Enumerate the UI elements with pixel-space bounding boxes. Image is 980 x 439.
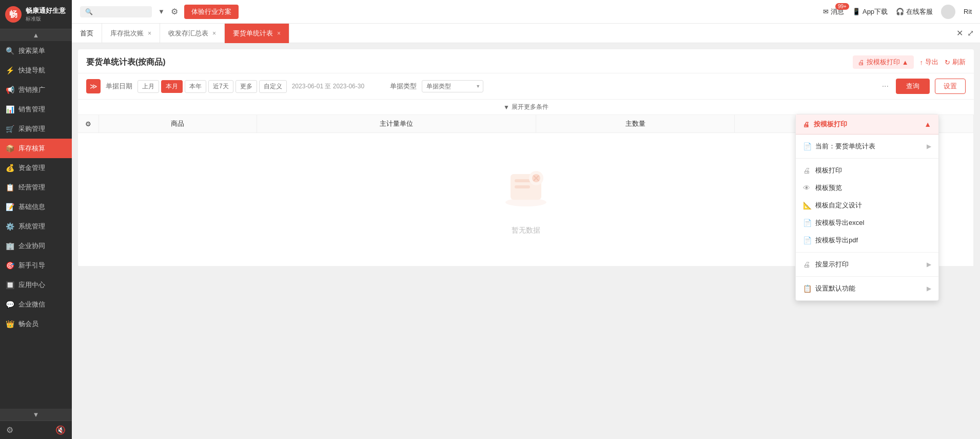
page-header: 要货单统计表(按商品) 🖨 按模板打印 ▲ ↑ 导出 ↻ 刷新 xyxy=(78,49,974,73)
refresh-icon: ↻ xyxy=(945,59,950,66)
sidebar-item-guide[interactable]: 🎯 新手引导 xyxy=(0,256,72,275)
close-window-icon[interactable]: ✕ xyxy=(956,28,963,38)
topbar-dropdown[interactable]: ▼ xyxy=(158,8,165,15)
export-label: 导出 xyxy=(925,58,938,67)
current-template-icon: 📄 xyxy=(803,142,811,150)
sidebar-mute-icon[interactable]: 🔇 xyxy=(55,425,66,435)
date-btn-7days[interactable]: 近7天 xyxy=(208,80,233,93)
table-header-unit: 主计量单位 xyxy=(257,115,536,133)
topbar-settings-icon[interactable]: ⚙ xyxy=(171,7,178,16)
template-preview-icon: 👁 xyxy=(803,184,811,192)
quick-nav-icon: ⚡ xyxy=(5,66,14,75)
current-template-label: 当前：要货单统计表 xyxy=(815,142,875,151)
guide-icon: 🎯 xyxy=(5,261,14,270)
maximize-window-icon[interactable]: ⤢ xyxy=(967,28,974,38)
export-button[interactable]: ↑ 导出 xyxy=(920,58,939,67)
export-excel-left: 📄 按模板导出excel xyxy=(803,218,864,227)
sidebar-scroll-down[interactable]: ▼ xyxy=(0,409,72,421)
sidebar-item-basic[interactable]: 📝 基础信息 xyxy=(0,197,72,217)
sidebar-item-apps[interactable]: 🔲 应用中心 xyxy=(0,275,72,295)
sidebar-settings-icon[interactable]: ⚙ xyxy=(6,425,13,435)
sidebar-bottom: ⚙ 🔇 xyxy=(0,421,72,439)
print-dropdown-template-design[interactable]: 📐 模板自定义设计 xyxy=(796,197,938,214)
tabbar-right: ✕ ⤢ xyxy=(956,28,980,38)
sidebar-nav: ⚡ 快捷导航 📢 营销推广 📊 销售管理 🛒 采购管理 📦 库存核算 💰 资金管… xyxy=(0,61,72,409)
sidebar-item-label: 快捷导航 xyxy=(18,66,45,75)
tab-receipt-summary[interactable]: 收发存汇总表 × xyxy=(160,24,225,43)
print-dropdown-template-print[interactable]: 🖨 模板打印 xyxy=(796,162,938,179)
print-dropdown-export-excel[interactable]: 📄 按模板导出excel xyxy=(796,214,938,232)
printer-icon: 🖨 xyxy=(858,59,865,66)
empty-illustration xyxy=(500,164,552,220)
sidebar-item-operations[interactable]: 📋 经营管理 xyxy=(0,178,72,197)
topbar: 🔍 ▼ ⚙ 体验行业方案 ✉ 消息 99+ 📱 App下载 🎧 在线客服 Rit xyxy=(72,0,980,24)
finance-icon: 💰 xyxy=(5,163,14,173)
tab-inventory-batch[interactable]: 库存批次账 × xyxy=(102,24,160,43)
settings-button[interactable]: 设置 xyxy=(935,79,966,94)
table-settings-header[interactable]: ⚙ xyxy=(78,115,99,133)
sidebar-item-label: 采购管理 xyxy=(18,124,45,133)
sidebar-search-label: 搜索菜单 xyxy=(18,46,45,55)
sidebar-scroll-up[interactable]: ▲ xyxy=(0,29,72,41)
topbar-search-icon: 🔍 xyxy=(85,8,93,15)
print-dropdown-export-pdf[interactable]: 📄 按模板导出pdf xyxy=(796,232,938,249)
default-function-arrow-icon: ▶ xyxy=(927,285,931,292)
template-preview-left: 👁 模板预览 xyxy=(803,183,842,193)
display-print-left: 🖨 按显示打印 xyxy=(803,260,849,269)
sidebar-item-system[interactable]: ⚙️ 系统管理 xyxy=(0,217,72,236)
topbar-search[interactable]: 🔍 xyxy=(80,6,152,17)
trial-button[interactable]: 体验行业方案 xyxy=(184,5,239,19)
tab-close-icon[interactable]: × xyxy=(212,30,216,37)
filter-expand-button[interactable]: ≫ xyxy=(86,79,101,93)
sidebar-item-finance[interactable]: 💰 资金管理 xyxy=(0,158,72,178)
order-type-select[interactable]: 单据类型 要货单 xyxy=(422,80,483,92)
print-dropdown-display-print[interactable]: 🖨 按显示打印 ▶ xyxy=(796,256,938,273)
sidebar-item-inventory[interactable]: 📦 库存核算 xyxy=(0,139,72,158)
expand-more-button[interactable]: ▼ 展开更多条件 xyxy=(495,100,557,114)
date-btn-current-year[interactable]: 本年 xyxy=(185,80,206,93)
settings-icon: ⚙ xyxy=(85,120,91,128)
sidebar-item-purchase[interactable]: 🛒 采购管理 xyxy=(0,119,72,139)
refresh-button[interactable]: ↻ 刷新 xyxy=(945,58,966,67)
date-btn-current-month[interactable]: 本月 xyxy=(161,80,183,93)
tab-close-icon[interactable]: × xyxy=(277,30,281,37)
print-dropdown-default-function[interactable]: 📋 设置默认功能 ▶ xyxy=(796,280,938,297)
tab-order-stats[interactable]: 要货单统计表 × xyxy=(225,24,289,43)
sidebar-item-quick-nav[interactable]: ⚡ 快捷导航 xyxy=(0,61,72,80)
more-actions-icon[interactable]: ··· xyxy=(880,82,891,91)
home-tab-label: 首页 xyxy=(80,29,93,38)
sidebar-search[interactable]: 🔍 搜索菜单 xyxy=(0,41,72,61)
print-label: 按模板打印 xyxy=(867,58,900,67)
app-download-button[interactable]: 📱 App下载 xyxy=(852,7,888,16)
print-dropdown-template-preview[interactable]: 👁 模板预览 xyxy=(796,179,938,197)
sidebar-item-label: 资金管理 xyxy=(18,163,45,173)
print-dropdown-current-item[interactable]: 📄 当前：要货单统计表 ▶ xyxy=(796,138,938,155)
sidebar: 畅 畅康通好生意 标准版 ▲ 🔍 搜索菜单 ⚡ 快捷导航 📢 营销推广 📊 销售… xyxy=(0,0,72,439)
online-service-button[interactable]: 🎧 在线客服 xyxy=(896,7,933,16)
tab-close-icon[interactable]: × xyxy=(148,30,151,37)
sidebar-item-marketing[interactable]: 📢 营销推广 xyxy=(0,80,72,100)
member-icon: 👑 xyxy=(5,319,14,329)
date-btn-custom[interactable]: 自定义 xyxy=(259,80,287,93)
sidebar-item-wechat[interactable]: 💬 企业微信 xyxy=(0,295,72,314)
print-dropdown-header-left: 🖨 按模板打印 xyxy=(803,120,847,129)
print-dropdown-header[interactable]: 🖨 按模板打印 ▲ xyxy=(796,114,938,135)
current-chevron-icon: ▶ xyxy=(927,143,931,150)
sidebar-item-sales[interactable]: 📊 销售管理 xyxy=(0,100,72,119)
query-button[interactable]: 查询 xyxy=(896,79,930,94)
tab-home[interactable]: 首页 xyxy=(72,24,102,43)
date-btn-more[interactable]: 更多 xyxy=(236,80,257,93)
date-btn-prev-month[interactable]: 上月 xyxy=(138,80,159,93)
user-avatar[interactable] xyxy=(941,5,955,19)
export-pdf-left: 📄 按模板导出pdf xyxy=(803,236,858,245)
print-template-button[interactable]: 🖨 按模板打印 ▲ xyxy=(853,55,914,69)
sidebar-item-label: 畅会员 xyxy=(18,319,38,329)
system-icon: ⚙️ xyxy=(5,222,14,231)
sidebar-item-enterprise[interactable]: 🏢 企业协同 xyxy=(0,236,72,256)
print-dropdown-default-section: 📋 设置默认功能 ▶ xyxy=(796,277,938,300)
message-button[interactable]: ✉ 消息 99+ xyxy=(823,7,844,16)
search-icon: 🔍 xyxy=(5,46,14,55)
sidebar-item-member[interactable]: 👑 畅会员 xyxy=(0,314,72,334)
wechat-icon: 💬 xyxy=(5,300,14,309)
inventory-icon: 📦 xyxy=(5,144,14,153)
